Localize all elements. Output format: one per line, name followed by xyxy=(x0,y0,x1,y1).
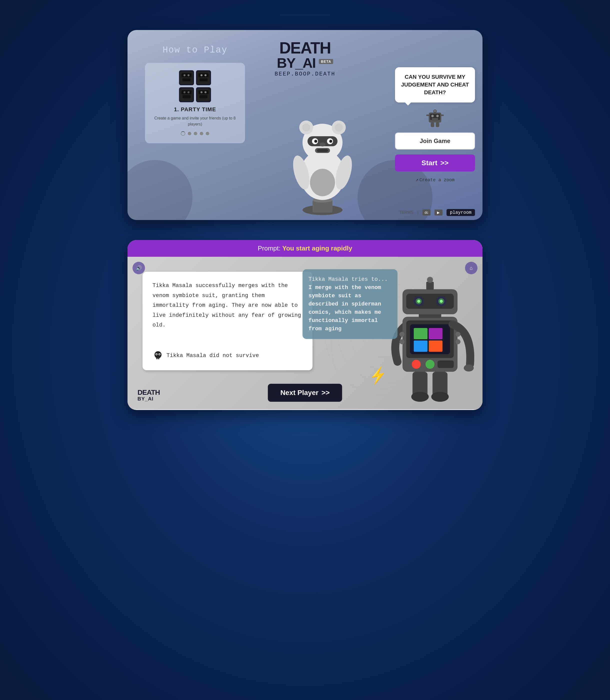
svg-rect-49 xyxy=(436,123,439,127)
ai-bubble-text: Tikka Masala tries to... I merge with th… xyxy=(308,275,391,333)
svg-point-74 xyxy=(426,360,434,369)
svg-rect-11 xyxy=(181,90,192,94)
svg-point-73 xyxy=(412,360,421,369)
home-button[interactable]: ⌂ xyxy=(465,262,478,274)
join-game-button[interactable]: Join Game xyxy=(395,132,475,149)
dots-container xyxy=(181,131,209,136)
svg-point-8 xyxy=(200,74,203,76)
footer-terms[interactable]: TERMS xyxy=(399,210,413,215)
svg-rect-47 xyxy=(441,114,444,116)
svg-point-13 xyxy=(183,91,186,93)
svg-point-93 xyxy=(400,339,404,344)
svg-rect-78 xyxy=(426,282,434,290)
svg-point-18 xyxy=(200,91,203,93)
ai-bubble-bold: I merge with the venom symbiote suit as … xyxy=(308,285,381,332)
svg-point-43 xyxy=(431,115,434,117)
svg-point-94 xyxy=(455,332,461,337)
prompt-label: Prompt: You start aging rapidly xyxy=(258,244,352,252)
svg-rect-6 xyxy=(198,73,209,77)
svg-point-36 xyxy=(314,140,317,143)
how-to-play-card: 1. PARTY TIME Create a game and invite y… xyxy=(145,63,245,143)
footer-separator: | xyxy=(417,210,418,215)
logo-by-ai: BY_AI BETA xyxy=(277,56,333,70)
logo-area: DEATH BY_AI BETA BEEP.BOOP.DEATH xyxy=(274,40,335,77)
svg-rect-2 xyxy=(182,78,191,81)
svg-rect-0 xyxy=(180,71,193,84)
svg-rect-39 xyxy=(317,149,328,152)
svg-rect-10 xyxy=(180,88,193,101)
party-time-label: 1. PARTY TIME xyxy=(174,106,216,113)
next-player-button[interactable]: Next Player >> xyxy=(268,384,342,402)
logo-death: DEATH xyxy=(279,40,331,56)
death-result: Tikka Masala did not survive xyxy=(152,350,303,361)
svg-point-32 xyxy=(335,124,343,131)
speech-bubble: CAN YOU SURVIVE MY JUDGEMENT AND CHEAT D… xyxy=(395,67,475,102)
svg-rect-72 xyxy=(429,340,443,352)
death-logo-line2: BY_AI xyxy=(138,396,160,402)
svg-rect-69 xyxy=(414,328,428,339)
beep-boop-text: BEEP.BOOP.DEATH xyxy=(274,71,335,77)
svg-point-9 xyxy=(205,74,207,76)
svg-point-40 xyxy=(320,143,325,146)
svg-point-37 xyxy=(329,140,332,143)
next-player-chevrons: >> xyxy=(321,389,330,397)
panel-2-header: Prompt: You start aging rapidly xyxy=(128,240,482,257)
svg-point-85 xyxy=(417,300,420,303)
svg-point-44 xyxy=(436,115,439,117)
panel-2-body: 🔊 ⌂ Tikka Masala successfully merges wit… xyxy=(128,257,482,409)
panel-2: Prompt: You start aging rapidly 🔊 ⌂ xyxy=(128,240,482,410)
svg-rect-64 xyxy=(156,358,158,359)
dot-1 xyxy=(188,132,191,135)
svg-point-95 xyxy=(455,339,461,344)
svg-rect-71 xyxy=(414,340,428,352)
char-icon-2 xyxy=(196,70,211,85)
panel-1-footer: TERMS | dc ▶ playroom xyxy=(399,209,475,216)
youtube-icon[interactable]: ▶ xyxy=(434,209,443,216)
how-to-play-title: How to Play xyxy=(162,45,227,55)
svg-rect-65 xyxy=(158,358,159,359)
svg-point-59 xyxy=(156,355,161,359)
svg-point-14 xyxy=(188,91,190,93)
panel-1: DEATH BY_AI BETA BEEP.BOOP.DEATH How to … xyxy=(128,30,482,220)
char-icon-3 xyxy=(179,87,194,102)
start-chevrons: >> xyxy=(440,159,449,167)
skull-icon xyxy=(152,350,163,361)
dot-4 xyxy=(206,132,209,135)
lightning-decoration: ⚡ xyxy=(367,365,389,386)
svg-point-30 xyxy=(302,124,310,131)
ai-speech-bubble: Tikka Masala tries to... I merge with th… xyxy=(303,269,398,339)
beta-badge: BETA xyxy=(319,59,333,64)
svg-rect-16 xyxy=(198,90,209,94)
svg-point-63 xyxy=(159,354,160,355)
char-icon-4 xyxy=(196,87,211,102)
sound-icon: 🔊 xyxy=(136,265,142,271)
start-button[interactable]: Start >> xyxy=(395,155,475,172)
result-text: Tikka Masala successfully merges with th… xyxy=(152,281,303,330)
discord-icon[interactable]: dc xyxy=(422,209,431,216)
death-label: Tikka Masala did not survive xyxy=(166,352,259,359)
prompt-value: You start aging rapidly xyxy=(282,244,352,252)
svg-rect-1 xyxy=(181,73,192,77)
svg-point-26 xyxy=(310,169,335,196)
svg-point-91 xyxy=(431,392,449,402)
svg-rect-15 xyxy=(197,88,210,101)
main-character xyxy=(288,100,363,220)
svg-rect-7 xyxy=(199,78,208,81)
svg-rect-46 xyxy=(426,114,429,116)
result-box: Tikka Masala successfully merges with th… xyxy=(143,272,312,370)
svg-point-90 xyxy=(411,392,429,402)
character-grid xyxy=(179,70,211,102)
death-logo-line1: DEATH xyxy=(138,389,160,396)
speech-text: CAN YOU SURVIVE MY JUDGEMENT AND CHEAT D… xyxy=(400,73,470,96)
dot-3 xyxy=(200,132,203,135)
next-player-label: Next Player xyxy=(280,389,319,397)
create-zoom-link[interactable]: Create a zoom xyxy=(416,176,454,183)
svg-point-4 xyxy=(188,74,190,76)
right-game-section: CAN YOU SURVIVE MY JUDGEMENT AND CHEAT D… xyxy=(387,30,482,220)
svg-rect-5 xyxy=(197,71,210,84)
how-to-play-section: How to Play xyxy=(128,30,262,220)
death-logo-small: DEATH BY_AI xyxy=(138,389,160,402)
playroom-badge[interactable]: playroom xyxy=(447,209,475,216)
sound-button[interactable]: 🔊 xyxy=(132,262,145,274)
dot-2 xyxy=(194,132,197,135)
